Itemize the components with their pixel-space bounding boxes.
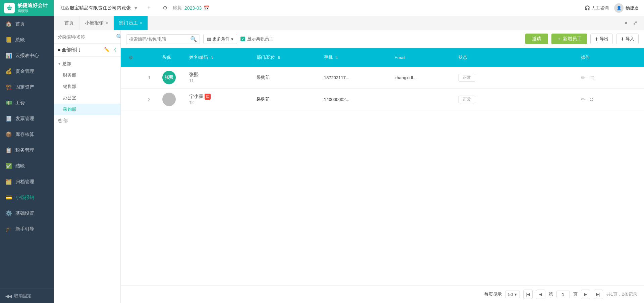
sidebar-item-ledger[interactable]: 📒 总账 bbox=[0, 32, 54, 48]
assets-icon: 🏗️ bbox=[5, 84, 12, 90]
sidebar-label-salary: 工资 bbox=[15, 100, 25, 106]
dept-label-zongbu: 总部 bbox=[62, 61, 71, 67]
sidebar-item-salary[interactable]: 💵 工资 bbox=[0, 95, 54, 111]
sidebar-item-inventory[interactable]: 📦 库存核算 bbox=[0, 127, 54, 142]
table-header-row: ⚙ 头像 姓名/编码 ⇅ 部门/职位 ⇅ bbox=[121, 48, 644, 67]
row1-edit-icon[interactable]: ✏ bbox=[581, 74, 585, 81]
export-label: 导出 bbox=[600, 36, 608, 42]
tab-expense-close[interactable]: × bbox=[106, 21, 108, 26]
employee-search-input[interactable] bbox=[129, 37, 188, 42]
sidebar-label-assets: 固定资产 bbox=[15, 84, 34, 90]
tab-home[interactable]: 首页 bbox=[59, 16, 79, 30]
tab-expense-label: 小畅报销 bbox=[85, 20, 104, 26]
sidebar: 🏠 首页 📒 总账 📊 云报表中心 💰 资金管理 🏗️ 固定资产 💵 工资 🧾 … bbox=[0, 16, 54, 303]
row2-tag: 应 bbox=[205, 94, 211, 100]
company-selector[interactable]: 江西服宝精品有限责任公司内账张 ▼ bbox=[60, 5, 138, 11]
settings-button[interactable]: ⚙ bbox=[160, 3, 170, 13]
tab-employee[interactable]: 部门员工 × bbox=[114, 16, 148, 30]
col-phone[interactable]: 手机 ⇅ bbox=[319, 48, 390, 67]
row2-phone: 140000002... bbox=[319, 89, 390, 110]
sidebar-item-reports[interactable]: 📊 云报表中心 bbox=[0, 48, 54, 63]
tab-window-btns: × ⤢ bbox=[623, 18, 639, 28]
company-name: 江西服宝精品有限责任公司内账张 bbox=[60, 5, 131, 11]
dept-search-input[interactable] bbox=[58, 34, 114, 39]
user-area[interactable]: 👤 畅捷通 bbox=[614, 3, 639, 13]
tab-employee-label: 部门员工 bbox=[119, 20, 138, 26]
sidebar-item-funds[interactable]: 💰 资金管理 bbox=[0, 63, 54, 79]
sidebar-item-tax[interactable]: 📋 税务管理 bbox=[0, 142, 54, 158]
page-input[interactable] bbox=[556, 291, 570, 298]
sidebar-item-invoice[interactable]: 🧾 发票管理 bbox=[0, 111, 54, 127]
dept-item-xiaoshou[interactable]: 销售部 bbox=[54, 81, 120, 92]
import-btn[interactable]: ⬇ 导入 bbox=[616, 34, 639, 44]
page-size-select[interactable]: 50 ▾ bbox=[505, 291, 520, 298]
invite-btn[interactable]: 邀请 bbox=[525, 34, 548, 44]
tab-expense[interactable]: 小畅报销 × bbox=[79, 16, 114, 30]
headset-icon: 🎧 bbox=[585, 5, 590, 10]
sidebar-item-home[interactable]: 🏠 首页 bbox=[0, 16, 54, 32]
table-settings-btn[interactable]: ⚙ bbox=[125, 52, 136, 63]
col-dept[interactable]: 部门/职位 ⇅ bbox=[252, 48, 319, 67]
dept-item-zongbu2[interactable]: 总 部 bbox=[54, 115, 120, 127]
row1-dept: 采购部 bbox=[252, 67, 319, 89]
dept-item-caiwu[interactable]: 财务部 bbox=[54, 69, 120, 81]
show-resigned-checkbox[interactable]: 显示离职员工 bbox=[240, 36, 273, 42]
sidebar-item-checkout[interactable]: ✅ 结账 bbox=[0, 158, 54, 174]
show-resigned-label: 显示离职员工 bbox=[247, 36, 273, 42]
sidebar-item-expense[interactable]: 💳 小畅报销 bbox=[0, 190, 54, 205]
sidebar-item-assets[interactable]: 🏗️ 固定资产 bbox=[0, 79, 54, 95]
employee-search-icon[interactable]: 🔍 bbox=[190, 36, 197, 42]
sidebar-label-ledger: 总账 bbox=[15, 37, 25, 43]
close-window-btn[interactable]: × bbox=[623, 18, 629, 28]
export-icon: ⬆ bbox=[595, 37, 598, 42]
employee-search-wrap: 🔍 bbox=[126, 34, 200, 44]
last-page-btn[interactable]: ▶| bbox=[594, 290, 603, 299]
avatar: 👤 bbox=[614, 3, 624, 13]
row1-avatar-cell: 张照 bbox=[158, 67, 184, 89]
row1-action-icons: ✏ ⬚ bbox=[581, 74, 639, 81]
toolbar-right: 邀请 ＋ 新增员工 ⬆ 导出 ⬇ 导入 bbox=[525, 34, 639, 44]
sort-name-icon: ⇅ bbox=[210, 56, 213, 59]
sidebar-label-inventory: 库存核算 bbox=[15, 132, 34, 138]
dept-edit-icon[interactable]: ✏️ bbox=[104, 47, 110, 53]
cancel-fixed-btn[interactable]: ◀◀ 取消固定 bbox=[0, 289, 54, 303]
maximize-window-btn[interactable]: ⤢ bbox=[632, 18, 639, 28]
add-button[interactable]: ＋ bbox=[144, 3, 154, 13]
row2-delete-icon[interactable]: ↺ bbox=[589, 96, 594, 103]
calendar-icon[interactable]: 📅 bbox=[204, 5, 209, 11]
first-page-btn[interactable]: |◀ bbox=[523, 290, 533, 299]
go-page-unit: 页 bbox=[573, 291, 578, 297]
sidebar-item-archive[interactable]: 🗂️ 归档管理 bbox=[0, 174, 54, 190]
row1-name-info: 张熙 11 bbox=[189, 72, 247, 83]
filter-btn[interactable]: ▦ 更多条件 ▾ bbox=[203, 34, 237, 44]
dept-collapse-icon[interactable]: 《 bbox=[112, 47, 116, 53]
row1-logout-icon[interactable]: ⬚ bbox=[589, 74, 594, 81]
row2-action-icons: ✏ ↺ bbox=[581, 96, 639, 103]
dept-search-icon[interactable]: 🔍 bbox=[116, 34, 121, 40]
sidebar-label-invoice: 发票管理 bbox=[15, 116, 34, 122]
tab-employee-close[interactable]: × bbox=[140, 21, 142, 26]
row2-name: 宁小霍 bbox=[189, 94, 203, 100]
sidebar-item-settings[interactable]: ⚙️ 基础设置 bbox=[0, 205, 54, 221]
add-employee-btn[interactable]: ＋ 新增员工 bbox=[551, 34, 587, 44]
per-page-label: 每页显示 bbox=[484, 291, 502, 297]
service-btn[interactable]: 🎧 人工咨询 bbox=[585, 5, 609, 11]
col-name[interactable]: 姓名/编码 ⇅ bbox=[184, 48, 252, 67]
dept-item-caigou[interactable]: 采购部 bbox=[54, 104, 120, 115]
home-icon: 🏠 bbox=[5, 21, 12, 27]
import-icon: ⬇ bbox=[621, 37, 624, 42]
export-btn[interactable]: ⬆ 导出 bbox=[590, 34, 613, 44]
pagination: 每页显示 50 ▾ |◀ ◀ 第 页 ▶ ▶| 共1页，2条记录 bbox=[121, 285, 644, 303]
next-page-btn[interactable]: ▶ bbox=[581, 290, 590, 299]
main-layout: 🏠 首页 📒 总账 📊 云报表中心 💰 资金管理 🏗️ 固定资产 💵 工资 🧾 … bbox=[0, 16, 644, 303]
row1-name-cell: 张熙 11 bbox=[184, 67, 252, 89]
dept-search-bar: 🔍 bbox=[54, 30, 120, 44]
sidebar-item-guide[interactable]: 🎓 新手引导 bbox=[0, 221, 54, 237]
row1-name: 张熙 bbox=[189, 72, 247, 78]
sidebar-label-tax: 税务管理 bbox=[15, 147, 34, 153]
dept-item-zongbu[interactable]: ▼ 总部 bbox=[54, 58, 120, 69]
table-row: 2 宁小霍 应 bbox=[121, 89, 644, 110]
row2-edit-icon[interactable]: ✏ bbox=[581, 96, 585, 103]
prev-page-btn[interactable]: ◀ bbox=[536, 290, 545, 299]
dept-item-bangongshi[interactable]: 办公室 bbox=[54, 92, 120, 104]
